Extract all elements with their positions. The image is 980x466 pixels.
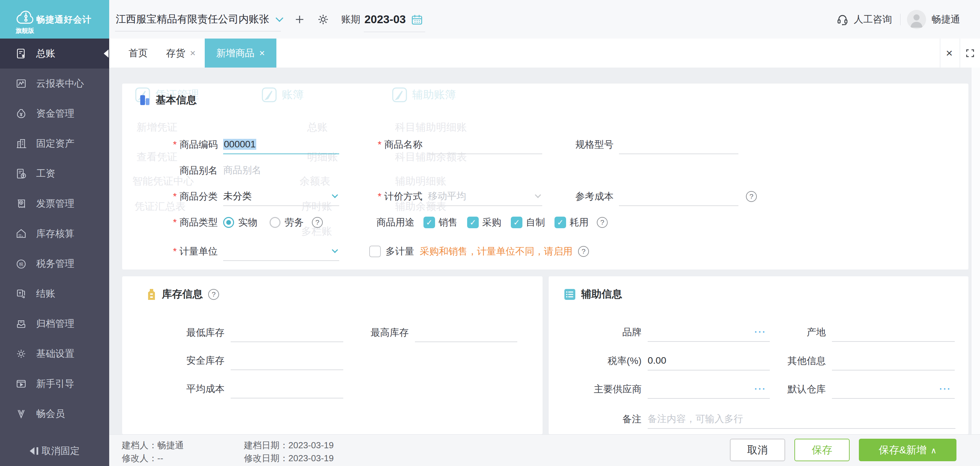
- sidebar-item-closing[interactable]: 结账: [0, 279, 109, 309]
- user-name[interactable]: 畅捷通: [932, 0, 960, 38]
- arrow-left-icon: [30, 447, 35, 455]
- remark-placeholder: 备注内容，可输入多行: [648, 412, 743, 425]
- collapse-arrow-icon[interactable]: [104, 49, 108, 58]
- checkbox-purchase[interactable]: ✓: [467, 216, 479, 228]
- required-asterisk: *: [378, 191, 382, 202]
- sidebar-item-funds[interactable]: 资金管理: [0, 99, 109, 129]
- category-field: *商品分类 未分类: [156, 187, 339, 206]
- help-icon[interactable]: ?: [746, 191, 757, 202]
- checkbox-consume[interactable]: ✓: [555, 216, 566, 228]
- check-icon: ✓: [557, 218, 563, 227]
- aux-info-title: 辅助信息: [581, 287, 622, 301]
- remark-field: 备注 备注内容，可输入多行: [569, 410, 955, 429]
- checkbox-sale[interactable]: ✓: [423, 216, 435, 228]
- tax-rate-label: 税率(%): [608, 355, 641, 367]
- close-icon[interactable]: ×: [259, 48, 265, 59]
- spec-input[interactable]: [619, 135, 738, 154]
- multi-unit-checkbox[interactable]: [369, 246, 381, 257]
- product-type-label: 商品类型: [180, 216, 218, 229]
- alias-input[interactable]: 商品别名: [223, 161, 339, 180]
- avg-cost-field: 平均成本: [153, 379, 343, 398]
- sidebar-item-cloud-reports[interactable]: 云报表中心: [0, 68, 109, 99]
- ellipsis-picker-icon[interactable]: ···: [939, 384, 951, 394]
- cloud-report-icon: [15, 78, 27, 90]
- check-icon: ✓: [469, 218, 476, 227]
- sidebar-item-inventory-accounting[interactable]: 库存核算: [0, 219, 109, 249]
- other-info-input[interactable]: [832, 351, 955, 371]
- help-icon[interactable]: ?: [312, 217, 323, 228]
- radio-service[interactable]: [270, 217, 280, 228]
- period-picker[interactable]: 2023-03: [364, 0, 423, 38]
- sidebar-item-general-ledger[interactable]: 总账: [0, 38, 109, 68]
- app-logo[interactable]: 畅捷通好会计 旗舰版: [0, 0, 109, 38]
- unpin-sidebar-button[interactable]: 取消固定: [0, 441, 109, 461]
- tax-rate-input[interactable]: 0.00: [648, 351, 770, 371]
- tab-inventory-label: 存货: [166, 47, 185, 60]
- other-info-field: 其他信息: [753, 351, 955, 371]
- close-icon[interactable]: ×: [190, 48, 196, 59]
- account-settings-button[interactable]: [316, 0, 330, 38]
- sidebar-item-label: 基础设置: [36, 347, 75, 360]
- tax-rate-value: 0.00: [648, 355, 667, 366]
- sidebar-item-tax[interactable]: 税 税务管理: [0, 249, 109, 279]
- save-button[interactable]: 保存: [794, 439, 850, 461]
- tab-new-product-label: 新增商品: [216, 47, 255, 60]
- brand-name: 畅捷通好会计: [36, 14, 91, 25]
- safe-stock-input[interactable]: [231, 351, 343, 370]
- unit-select[interactable]: [223, 242, 339, 261]
- help-icon[interactable]: ?: [578, 246, 589, 257]
- aux-info-header: 辅助信息: [564, 287, 622, 301]
- tab-inventory[interactable]: 存货 ×: [161, 38, 201, 68]
- general-ledger-icon: [15, 48, 27, 60]
- sidebar-item-invoices[interactable]: 发票管理: [0, 189, 109, 219]
- supplier-label: 主要供应商: [594, 383, 641, 396]
- product-name-input[interactable]: [428, 135, 542, 154]
- warehouse-input[interactable]: ···: [832, 380, 955, 399]
- product-code-label: 商品编码: [180, 138, 218, 151]
- supplier-input[interactable]: ···: [648, 380, 770, 399]
- help-icon[interactable]: ?: [597, 217, 608, 228]
- tax-rate-field: 税率(%) 0.00: [569, 351, 770, 371]
- spec-field: 规格型号: [552, 135, 738, 154]
- min-stock-input[interactable]: [231, 323, 343, 342]
- remark-input[interactable]: 备注内容，可输入多行: [648, 410, 955, 429]
- max-stock-input[interactable]: [415, 323, 517, 342]
- brand-input[interactable]: ···: [648, 323, 770, 342]
- sidebar-item-guide[interactable]: 新手引导: [0, 369, 109, 399]
- ref-cost-input[interactable]: [619, 187, 738, 206]
- add-account-button[interactable]: [293, 0, 306, 38]
- help-icon[interactable]: ?: [208, 289, 219, 300]
- period-label: 账期: [341, 0, 360, 38]
- product-name-field: *商品名称: [361, 135, 542, 154]
- multi-unit-label: 多计量: [386, 245, 414, 258]
- brand-label: 品牌: [622, 326, 641, 339]
- save-and-new-button[interactable]: 保存&新增∧: [859, 439, 956, 461]
- inventory-icon: [15, 227, 27, 240]
- checkbox-self-made-label: 自制: [526, 216, 545, 229]
- tab-home[interactable]: 首页: [123, 38, 154, 68]
- avatar[interactable]: [907, 10, 926, 29]
- required-asterisk: *: [173, 139, 177, 150]
- fullscreen-button[interactable]: [959, 38, 980, 68]
- scrollbar[interactable]: [971, 68, 980, 434]
- sidebar-item-label: 归档管理: [36, 317, 75, 330]
- sidebar-item-archive[interactable]: 归档管理: [0, 309, 109, 339]
- sidebar-item-payroll[interactable]: 工资: [0, 159, 109, 189]
- tab-new-product[interactable]: 新增商品 ×: [205, 38, 277, 68]
- sidebar-item-member[interactable]: 畅会员: [0, 399, 109, 429]
- close-panel-button[interactable]: ×: [940, 38, 958, 68]
- sidebar-item-fixed-assets[interactable]: 固定资产: [0, 129, 109, 159]
- pricing-select[interactable]: 移动平均: [428, 187, 542, 206]
- support-button[interactable]: 人工咨询: [836, 0, 892, 38]
- cancel-button[interactable]: 取消: [730, 439, 785, 461]
- category-select[interactable]: 未分类: [223, 187, 339, 206]
- checkbox-self-made[interactable]: ✓: [511, 216, 522, 228]
- sidebar-item-settings[interactable]: 基础设置: [0, 339, 109, 369]
- product-code-input[interactable]: 000001: [223, 135, 339, 154]
- avg-cost-input[interactable]: [231, 379, 343, 398]
- origin-input[interactable]: [832, 323, 955, 342]
- aux-info-icon: [564, 289, 576, 300]
- radio-physical[interactable]: [223, 217, 234, 228]
- company-selector[interactable]: 江西服宝精品有限责任公司内账张: [116, 0, 282, 38]
- sidebar-item-label: 资金管理: [36, 107, 75, 120]
